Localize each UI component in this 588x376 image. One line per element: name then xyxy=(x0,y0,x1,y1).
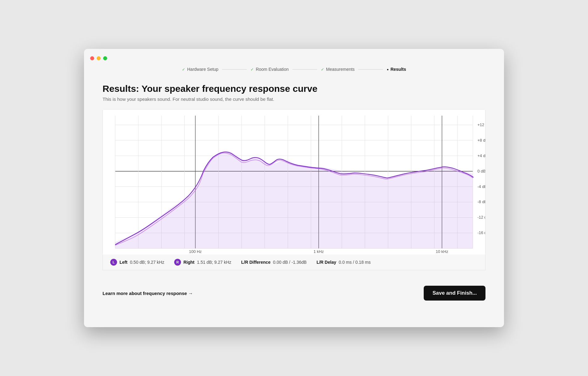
step-connector-3 xyxy=(358,69,383,70)
chart-svg: +12 dB +8 dB +4 dB 0 dB -4 dB -8 dB -12 … xyxy=(103,109,485,254)
right-channel-info: R Right 1.51 dB; 9.27 kHz xyxy=(174,259,231,266)
check-icon-2: ✓ xyxy=(250,67,254,72)
step-measurements-label: Measurements xyxy=(326,67,355,72)
svg-text:+12 dB: +12 dB xyxy=(477,122,485,127)
step-results-label: Results xyxy=(390,67,406,72)
save-finish-button[interactable]: Save and Finish... xyxy=(424,286,485,301)
app-window: ✓ Hardware Setup ✓ Room Evaluation ✓ Mea… xyxy=(84,49,504,327)
frequency-chart: +12 dB +8 dB +4 dB 0 dB -4 dB -8 dB -12 … xyxy=(103,109,485,254)
lr-delay-label: L/R Delay xyxy=(317,260,336,265)
left-channel-info: L Left 0.50 dB; 9.27 kHz xyxy=(110,259,164,266)
right-channel-value: 1.51 dB; 9.27 kHz xyxy=(197,260,231,265)
step-room-evaluation-label: Room Evaluation xyxy=(256,67,289,72)
step-connector-1 xyxy=(222,69,247,70)
svg-text:+8 dB: +8 dB xyxy=(477,138,485,143)
step-hardware-setup-label: Hardware Setup xyxy=(187,67,218,72)
svg-text:-8 dB: -8 dB xyxy=(477,200,485,204)
lr-diff-label: L/R Difference xyxy=(241,260,271,265)
svg-text:-4 dB: -4 dB xyxy=(477,184,485,189)
page-subtitle: This is how your speakers sound. For neu… xyxy=(103,96,485,102)
info-bar: L Left 0.50 dB; 9.27 kHz R Right 1.51 dB… xyxy=(103,254,485,270)
svg-text:+4 dB: +4 dB xyxy=(477,153,485,158)
step-hardware-setup: ✓ Hardware Setup xyxy=(182,67,218,72)
svg-text:100 Hz: 100 Hz xyxy=(189,249,202,254)
lr-delay-info: L/R Delay 0.0 ms / 0.18 ms xyxy=(317,260,371,265)
dot-icon: ● xyxy=(387,68,388,71)
left-channel-value: 0.50 dB; 9.27 kHz xyxy=(130,260,164,265)
step-measurements: ✓ Measurements xyxy=(321,67,355,72)
left-channel-badge: L xyxy=(110,259,117,266)
footer: Learn more about frequency response → Sa… xyxy=(84,280,504,307)
main-content: Results: Your speaker frequency response… xyxy=(84,77,504,280)
lr-difference-info: L/R Difference 0.00 dB / -1.36dB xyxy=(241,260,307,265)
step-room-evaluation: ✓ Room Evaluation xyxy=(250,67,289,72)
page-title: Results: Your speaker frequency response… xyxy=(103,83,485,94)
step-results: ● Results xyxy=(387,67,406,72)
svg-text:0 dB: 0 dB xyxy=(477,169,485,173)
step-connector-2 xyxy=(292,69,317,70)
minimize-button[interactable] xyxy=(97,56,101,60)
left-channel-label: Left xyxy=(120,260,128,265)
lr-delay-value: 0.0 ms / 0.18 ms xyxy=(339,260,371,265)
maximize-button[interactable] xyxy=(103,56,107,60)
svg-text:1 kHz: 1 kHz xyxy=(313,249,324,254)
svg-text:10 kHz: 10 kHz xyxy=(436,249,448,254)
right-channel-label: Right xyxy=(183,260,195,265)
svg-text:-16 dB: -16 dB xyxy=(477,230,485,235)
check-icon-3: ✓ xyxy=(321,67,324,72)
check-icon: ✓ xyxy=(182,67,185,72)
close-button[interactable] xyxy=(90,56,94,60)
learn-more-link[interactable]: Learn more about frequency response → xyxy=(103,291,193,296)
svg-text:-12 dB: -12 dB xyxy=(477,215,485,220)
lr-diff-value: 0.00 dB / -1.36dB xyxy=(273,260,307,265)
titlebar xyxy=(84,49,504,62)
steps-bar: ✓ Hardware Setup ✓ Room Evaluation ✓ Mea… xyxy=(84,62,504,77)
right-channel-badge: R xyxy=(174,259,181,266)
